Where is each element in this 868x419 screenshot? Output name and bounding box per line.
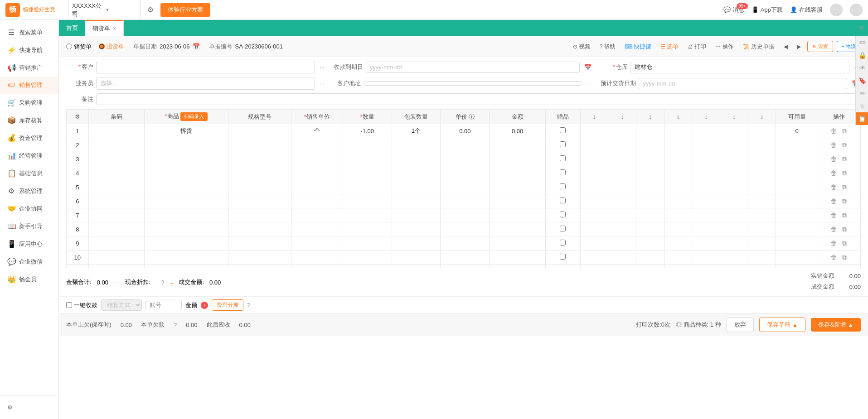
delete-row-btn[interactable]: 🗑 <box>829 225 838 234</box>
delete-row-btn[interactable]: 🗑 <box>829 169 838 178</box>
copy-row-btn[interactable]: ⧉ <box>840 126 849 135</box>
row-product[interactable]: 拆货 <box>144 124 228 138</box>
avatar-2[interactable] <box>850 4 863 16</box>
float-icon-3[interactable]: 👁 <box>856 62 868 74</box>
delete-row-btn[interactable]: 🗑 <box>829 154 838 164</box>
row-barcode[interactable] <box>88 124 144 138</box>
customer-address-input[interactable] <box>364 81 582 86</box>
radio-sale-order[interactable]: 销货单 <box>66 43 92 51</box>
prev-btn[interactable]: ◀ <box>781 42 790 51</box>
message-button[interactable]: 💬 消息 99+ <box>723 6 744 14</box>
question-icon2[interactable]: ? <box>174 322 177 328</box>
expense-split-btn[interactable]: 费用分摊 <box>212 299 243 311</box>
sidebar-settings[interactable]: ⚙ <box>0 400 58 415</box>
online-service-button[interactable]: 👤 在线客服 <box>790 6 823 14</box>
row-amount[interactable]: 0.00 <box>490 124 545 138</box>
print-btn[interactable]: 🖨 打印 <box>685 41 709 52</box>
float-icon-2[interactable]: 🔒 <box>856 49 868 62</box>
row-qty[interactable]: -1.00 <box>343 124 392 138</box>
expected-delivery-input[interactable]: yyyy-mm-dd <box>639 78 847 89</box>
row-pkg[interactable]: 1个 <box>392 124 441 138</box>
calc-method-select[interactable]: 结算方式 <box>101 299 142 311</box>
delete-row-btn[interactable]: 🗑 <box>829 183 838 192</box>
expense-help-icon[interactable]: ? <box>247 302 250 308</box>
delete-row-btn[interactable]: 🗑 <box>829 253 838 262</box>
history-btn[interactable]: 📜 历史单据 <box>740 41 777 52</box>
sidebar-item-purchase[interactable]: 🛒 采购管理 <box>0 94 58 111</box>
delete-row-btn[interactable]: 🗑 <box>829 140 838 149</box>
th-settings[interactable]: ⚙ <box>67 110 89 124</box>
next-btn[interactable]: ▶ <box>794 42 804 51</box>
copy-row-btn[interactable]: ⧉ <box>840 253 849 262</box>
sidebar-item-quick-nav[interactable]: ⚡ 快捷导航 <box>0 41 58 59</box>
sidebar-item-system[interactable]: ⚙ 系统管理 <box>0 182 58 200</box>
row-unit[interactable]: 个 <box>291 124 343 138</box>
delete-row-btn[interactable]: 🗑 <box>829 197 838 206</box>
float-icon-4[interactable]: 🔖 <box>856 74 868 87</box>
scan-button[interactable]: 扫码录入 <box>180 112 208 121</box>
company-selector[interactable]: XXXXXX公司 ▼ <box>68 0 141 20</box>
save-new-button[interactable]: 保存&新增 ▲ <box>811 318 861 332</box>
delete-row-btn[interactable]: 🗑 <box>829 211 838 220</box>
help-btn[interactable]: ? 帮助 <box>597 41 619 52</box>
copy-row-btn[interactable]: ⧉ <box>840 239 849 248</box>
sidebar-item-management[interactable]: 📊 经营管理 <box>0 147 58 164</box>
copy-row-btn[interactable]: ⧉ <box>840 154 849 164</box>
tab-home[interactable]: 首页 <box>59 20 85 36</box>
row-gift[interactable] <box>545 124 580 138</box>
add-payment-btn[interactable]: + <box>201 302 208 309</box>
avatar[interactable] <box>830 4 843 16</box>
video-btn[interactable]: ⊙ 视频 <box>570 41 593 52</box>
copy-row-btn[interactable]: ⧉ <box>840 183 849 192</box>
delete-row-btn[interactable]: 🗑 <box>829 126 838 135</box>
receipt-date-input[interactable]: yyyy-mm-dd <box>366 62 580 73</box>
shortcut-btn[interactable]: ⌨ 快捷键 <box>622 41 654 52</box>
sidebar-item-search[interactable]: ☰ 搜索菜单 <box>0 24 58 41</box>
sidebar-item-inventory[interactable]: 📦 库存核算 <box>0 111 58 129</box>
address-more-btn[interactable]: ··· <box>585 80 593 87</box>
copy-row-btn[interactable]: ⧉ <box>840 197 849 206</box>
abandon-button[interactable]: 放弃 <box>727 318 754 332</box>
settings-icon[interactable]: ⚙ <box>144 4 157 16</box>
question-icon[interactable]: ? <box>161 279 165 286</box>
app-download-button[interactable]: 📱 App下载 <box>752 6 783 14</box>
customer-more-btn[interactable]: ··· <box>318 64 326 71</box>
row-price[interactable]: 0.00 <box>441 124 490 138</box>
warehouse-input[interactable]: 建材仓 <box>630 61 849 73</box>
tab-close-all[interactable]: ✕ <box>858 24 864 32</box>
salesperson-more-btn[interactable]: ··· <box>318 80 326 87</box>
float-icon-6[interactable]: ☆ <box>856 100 868 112</box>
save-draft-button[interactable]: 保存草稿 ▲ <box>759 318 806 332</box>
receipt-cal-icon[interactable]: 📅 <box>582 64 593 71</box>
copy-row-btn[interactable]: ⧉ <box>840 140 849 149</box>
calendar-icon[interactable]: 📅 <box>193 43 200 50</box>
copy-row-btn[interactable]: ⧉ <box>840 211 849 220</box>
account-input[interactable] <box>145 300 182 310</box>
one-click-payment-checkbox[interactable]: 一键收款 <box>66 301 97 309</box>
copy-row-btn[interactable]: ⧉ <box>840 169 849 178</box>
float-icon-7[interactable]: 📋 <box>856 112 868 125</box>
sidebar-item-finance[interactable]: 💰 资金管理 <box>0 129 58 147</box>
delete-row-btn[interactable]: 🗑 <box>829 239 838 248</box>
customer-input[interactable] <box>96 61 315 73</box>
copy-row-btn[interactable]: ⧉ <box>840 225 849 234</box>
sidebar-item-app-center[interactable]: 📱 应用中心 <box>0 235 58 253</box>
salesperson-input[interactable]: 选择... <box>96 77 315 90</box>
tab-sale-order[interactable]: 销货单 × <box>85 20 124 36</box>
sidebar-item-wecom[interactable]: 💬 企业微信 <box>0 253 58 270</box>
row-spec[interactable] <box>228 124 291 138</box>
trial-button[interactable]: 体验行业方案 <box>160 3 210 17</box>
set-button[interactable]: ⊕ ⊕ 设置设置 <box>807 41 833 52</box>
operation-btn[interactable]: ⋯ 操作 <box>713 41 737 52</box>
select-btn[interactable]: ☰ 选单 <box>658 41 681 52</box>
sidebar-item-sales[interactable]: 🏷 销售管理 <box>0 77 58 94</box>
float-icon-1[interactable]: ≡≡ <box>856 36 868 49</box>
sidebar-item-member[interactable]: 👑 畅会员 <box>0 270 58 288</box>
sidebar-item-collab[interactable]: 🤝 企业协同 <box>0 200 58 217</box>
sidebar-item-guide[interactable]: 📖 新手引导 <box>0 217 58 235</box>
sidebar-item-marketing[interactable]: 📢 营销推广 <box>0 59 58 77</box>
minus-icon[interactable]: — <box>114 279 120 286</box>
remarks-input[interactable] <box>96 93 861 105</box>
radio-return-order[interactable]: 退货单 <box>99 43 124 51</box>
float-icon-5[interactable]: ✏ <box>856 87 868 100</box>
